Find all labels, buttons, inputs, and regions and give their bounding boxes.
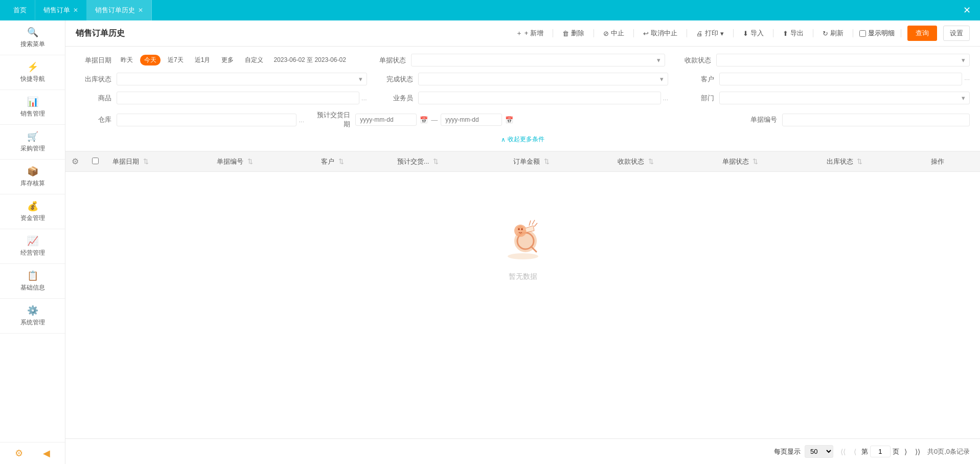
date-tag-yesterday[interactable]: 昨天 (117, 55, 137, 65)
sidebar-item-sys-mgmt[interactable]: ⚙️ 系统管理 (0, 299, 65, 334)
svg-point-6 (521, 228, 523, 230)
th-date[interactable]: 单据日期 ⇅ (106, 151, 211, 172)
th-order-status[interactable]: 单据状态 ⇅ (716, 151, 821, 172)
warehouse-label: 仓库 (76, 115, 117, 124)
first-page-button[interactable]: ⟨⟨ (837, 446, 849, 457)
sidebar-item-inventory-check[interactable]: 📦 库存核算 (0, 160, 65, 194)
last-page-button[interactable]: ⟩⟩ (912, 446, 923, 457)
print-label: 打印 (705, 29, 718, 38)
next-page-button[interactable]: ⟩ (901, 446, 910, 457)
th-no-label: 单据编号 (217, 158, 243, 165)
date-separator: — (431, 116, 438, 124)
sidebar-settings-icon[interactable]: ⚙ (15, 448, 23, 459)
payment-status-arrow-icon: ▾ (962, 56, 965, 64)
th-delivery-date[interactable]: 预计交货... ⇅ (391, 151, 508, 172)
delivery-status-select[interactable]: ▾ (117, 73, 367, 85)
query-button[interactable]: 查询 (907, 26, 937, 41)
customer-label: 客户 (678, 75, 719, 84)
tab-sales-order-history[interactable]: 销售订单历史 ✕ (87, 0, 152, 20)
th-customer[interactable]: 客户 ⇅ (315, 151, 391, 172)
warehouse-input[interactable] (117, 114, 297, 126)
sidebar-item-capital-mgmt-label: 资金管理 (20, 214, 45, 223)
expected-delivery-from-input[interactable] (355, 114, 417, 126)
order-status-label: 单据状态 (370, 56, 411, 65)
sidebar-item-sales-mgmt[interactable]: 📊 销售管理 (0, 90, 65, 125)
quick-nav-icon: ⚡ (27, 61, 38, 73)
date-tag-7days[interactable]: 近7天 (164, 55, 188, 65)
department-arrow-icon: ▾ (962, 94, 965, 102)
sidebar-item-inventory-check-label: 库存核算 (20, 179, 45, 188)
svg-point-0 (508, 253, 538, 259)
select-all-checkbox[interactable] (92, 158, 99, 164)
complete-status-arrow-icon: ▾ (660, 75, 664, 83)
refresh-button[interactable]: ↻ 刷新 (819, 27, 847, 40)
sidebar-item-basic-info[interactable]: 📋 基础信息 (0, 264, 65, 299)
filter-row-3: 商品 ... 业务员 ... 部门 ▾ (76, 92, 970, 104)
date-tag-today[interactable]: 今天 (140, 55, 161, 65)
page-nav: ⟨⟨ ⟨ 第 页 ⟩ ⟩⟩ (837, 446, 923, 457)
th-date-sort-icon: ⇅ (143, 158, 149, 165)
department-select[interactable]: ▾ (719, 92, 970, 104)
sales-mgmt-icon: 📊 (27, 96, 38, 107)
export-button[interactable]: ⬆ 导出 (780, 27, 807, 40)
customer-input[interactable] (719, 73, 962, 85)
payment-status-select[interactable]: ▾ (716, 54, 970, 67)
page-input[interactable] (870, 446, 891, 457)
settings-button[interactable]: 设置 (943, 26, 970, 41)
delete-button[interactable]: 🗑 删除 (559, 27, 587, 40)
sidebar-item-purchase-mgmt[interactable]: 🛒 采购管理 (0, 125, 65, 160)
window-close-button[interactable]: ✕ (959, 5, 975, 16)
print-icon: 🖨 (696, 30, 703, 37)
product-label: 商品 (76, 94, 117, 103)
th-date-label: 单据日期 (112, 158, 139, 165)
table-header-row: ⚙ 单据日期 ⇅ 单据编号 ⇅ (65, 151, 980, 172)
complete-status-select[interactable]: ▾ (418, 73, 669, 85)
tab-sales-order-close[interactable]: ✕ (73, 7, 78, 14)
th-order-status-label: 单据状态 (722, 158, 749, 165)
divider-9 (901, 29, 901, 37)
th-delivery-status[interactable]: 出库状态 ⇅ (821, 151, 925, 172)
salesperson-dots[interactable]: ... (663, 94, 669, 102)
sidebar-expand-icon[interactable]: ◀ (43, 448, 50, 459)
show-details-checkbox[interactable] (859, 30, 866, 37)
expected-delivery-to-input[interactable] (441, 114, 502, 126)
table-settings-icon[interactable]: ⚙ (72, 157, 79, 166)
customer-dots[interactable]: ··· (964, 75, 970, 83)
pagination: 每页显示 10 20 50 100 ⟨⟨ ⟨ 第 页 ⟩ ⟩⟩ 共0页,0条记录 (65, 438, 980, 464)
tab-sales-order-history-close[interactable]: ✕ (138, 7, 143, 14)
import-button[interactable]: ⬇ 导入 (740, 27, 767, 40)
new-button[interactable]: ＋ + 新增 (513, 27, 546, 40)
order-status-select[interactable]: ▾ (411, 54, 665, 67)
filter-row-4: 仓库 ... 预计交货日期 📅 — 📅 单据编号 (76, 111, 970, 129)
sidebar-item-search-menu[interactable]: 🔍 搜索菜单 (0, 20, 65, 55)
delivery-to-calendar-icon[interactable]: 📅 (505, 116, 513, 124)
collapse-button[interactable]: ∧ 收起更多条件 (501, 135, 544, 144)
stop-button[interactable]: ⊘ 中止 (600, 27, 627, 40)
delivery-from-calendar-icon[interactable]: 📅 (420, 116, 428, 124)
date-tag-more[interactable]: 更多 (217, 55, 238, 65)
th-payment-status[interactable]: 收款状态 ⇅ (611, 151, 716, 172)
prev-page-button[interactable]: ⟨ (851, 446, 859, 457)
sidebar-item-capital-mgmt[interactable]: 💰 资金管理 (0, 194, 65, 229)
import-label: 导入 (750, 29, 764, 38)
th-checkbox (86, 151, 106, 172)
th-action: 操作 (925, 151, 980, 172)
th-no[interactable]: 单据编号 ⇅ (211, 151, 315, 172)
sidebar-item-ops-mgmt[interactable]: 📈 经营管理 (0, 229, 65, 264)
show-details-checkbox-label[interactable]: 显示明细 (859, 29, 895, 38)
cancel-stop-button[interactable]: ↩ 取消中止 (640, 27, 680, 40)
salesperson-input[interactable] (418, 92, 661, 104)
date-tag-1month[interactable]: 近1月 (191, 55, 215, 65)
sidebar-item-quick-nav[interactable]: ⚡ 快捷导航 (0, 55, 65, 90)
th-amount[interactable]: 订单金额 ⇅ (507, 151, 611, 172)
tab-sales-order[interactable]: 销售订单 ✕ (35, 0, 87, 20)
product-input[interactable] (117, 92, 359, 104)
order-no-input[interactable] (782, 114, 970, 126)
date-tag-custom[interactable]: 自定义 (241, 55, 267, 65)
product-dots[interactable]: ... (361, 94, 367, 102)
tab-home[interactable]: 首页 (5, 0, 35, 20)
print-button[interactable]: 🖨 打印 ▾ (693, 27, 727, 40)
warehouse-dots[interactable]: ... (299, 116, 304, 124)
page-size-select[interactable]: 10 20 50 100 (805, 445, 833, 458)
empty-state-row: 暂无数据 (65, 172, 980, 323)
